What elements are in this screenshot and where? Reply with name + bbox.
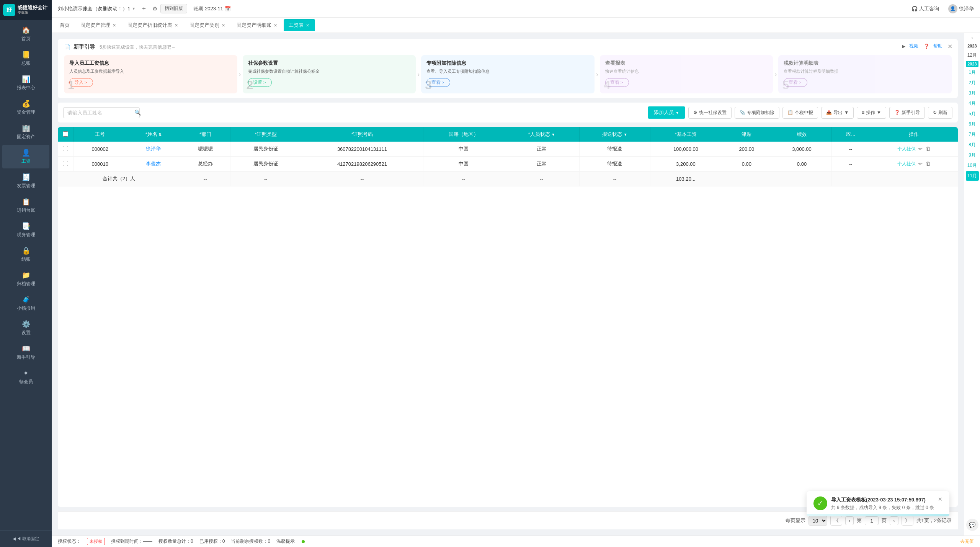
guide-help-label[interactable]: 帮助 bbox=[933, 43, 942, 49]
cal-month-12[interactable]: 12月 bbox=[966, 51, 979, 60]
page-number-input[interactable] bbox=[865, 516, 879, 525]
search-icon[interactable]: 🔍 bbox=[132, 109, 143, 116]
export-button[interactable]: 📤 导出 ▼ bbox=[821, 107, 854, 119]
search-input[interactable] bbox=[63, 107, 140, 118]
toast-close-button[interactable]: ✕ bbox=[938, 496, 942, 502]
delete-icon[interactable]: 🗑 bbox=[926, 146, 931, 152]
tab-home[interactable]: 首页 bbox=[55, 19, 75, 31]
sidebar-item-close-period[interactable]: 🔒 结账 bbox=[2, 243, 49, 266]
total-amount: 103,20... bbox=[650, 171, 721, 186]
sidebar-item-tax[interactable]: 📑 税务管理 bbox=[2, 218, 49, 242]
sidebar-item-archive[interactable]: 📁 归档管理 bbox=[2, 267, 49, 291]
sidebar-item-settings[interactable]: ⚙️ 设置 bbox=[2, 316, 49, 340]
cal-month-10[interactable]: 10月 bbox=[966, 161, 979, 170]
cal-month-7[interactable]: 7月 bbox=[966, 130, 979, 139]
prev-page-button[interactable]: ‹ bbox=[845, 516, 854, 525]
sidebar-item-fixed-assets[interactable]: 🏢 固定资产 bbox=[2, 120, 49, 144]
sidebar-item-label: 结账 bbox=[21, 256, 31, 263]
cal-month-1[interactable]: 1月 bbox=[966, 68, 979, 77]
sidebar-item-home[interactable]: 🏠 首页 bbox=[2, 22, 49, 46]
sidebar-item-guide[interactable]: 📖 新手引导 bbox=[2, 341, 49, 364]
operations-button[interactable]: ≡ 操作 ▼ bbox=[857, 107, 886, 119]
service-button[interactable]: 🎧 人工咨询 bbox=[911, 5, 939, 12]
sidebar-item-expenses[interactable]: 🧾 发票管理 bbox=[2, 169, 49, 193]
sidebar-item-funds[interactable]: 💰 资金管理 bbox=[2, 96, 49, 119]
row-checkbox-cell bbox=[58, 157, 73, 171]
guide-step-title: 社保参数设置 bbox=[248, 60, 411, 67]
expand-calendar-button[interactable]: › bbox=[971, 34, 974, 41]
social-insurance-button[interactable]: ⚙ 统一社保设置 bbox=[688, 107, 732, 119]
tab-fixed-assets-mgmt[interactable]: 固定资产管理 ✕ bbox=[75, 19, 122, 31]
tax-report-button[interactable]: 📋 个税申报 bbox=[782, 107, 818, 119]
sidebar-item-label: 小畅报销 bbox=[17, 305, 35, 312]
row-checkbox[interactable] bbox=[63, 161, 68, 166]
table-row: 000002 徐泽华 嗯嗯嗯 居民身份证 360782200104131111 … bbox=[58, 142, 958, 157]
employee-name-link[interactable]: 徐泽华 bbox=[146, 146, 161, 152]
row-id-no: 412702198206290521 bbox=[301, 157, 423, 171]
total-dash: -- bbox=[301, 171, 423, 186]
special-deduction-button[interactable]: 📎 专项附加扣除 bbox=[735, 107, 779, 119]
tab-home-label: 首页 bbox=[60, 22, 70, 29]
tab-close-icon[interactable]: ✕ bbox=[273, 23, 278, 28]
cal-month-2[interactable]: 2月 bbox=[966, 78, 979, 88]
refresh-button[interactable]: ↻ 刷新 bbox=[928, 107, 952, 119]
sidebar-item-member[interactable]: ✦ 畅会员 bbox=[2, 365, 49, 389]
cal-month-6[interactable]: 6月 bbox=[966, 119, 979, 129]
cal-month-11[interactable]: 11月 bbox=[966, 171, 979, 181]
account-selector[interactable]: 刘小艳演示账套（勿删勿动！）1 ▼ bbox=[58, 5, 136, 12]
next-page-button[interactable]: › bbox=[890, 516, 898, 525]
sidebar-item-ledger[interactable]: 📒 总账 bbox=[2, 47, 49, 70]
add-employee-button[interactable]: 添加人员 ▼ bbox=[648, 106, 685, 119]
recharge-link[interactable]: 去充值 bbox=[960, 538, 974, 545]
row-checkbox[interactable] bbox=[63, 146, 68, 151]
cal-month-3[interactable]: 3月 bbox=[966, 88, 979, 98]
row-status: 正常 bbox=[504, 157, 579, 171]
add-account-button[interactable]: ＋ bbox=[139, 4, 149, 13]
tax-report-icon: 📋 bbox=[787, 110, 793, 115]
tab-close-icon[interactable]: ✕ bbox=[174, 23, 179, 28]
per-page-select[interactable]: 10 20 50 bbox=[808, 516, 827, 526]
th-checkbox bbox=[58, 127, 73, 142]
tab-fixed-assets-category[interactable]: 固定资产类别 ✕ bbox=[185, 19, 231, 31]
row-performance: 0.00 bbox=[772, 157, 831, 171]
guide-step-desc: 查看税款计算过程及明细数据 bbox=[784, 68, 946, 75]
total-dash bbox=[721, 171, 772, 186]
sidebar-item-payroll[interactable]: 👤 工资 bbox=[2, 145, 49, 168]
tab-payroll-table[interactable]: 工资表 ✕ bbox=[284, 19, 315, 31]
first-page-button[interactable]: 《 bbox=[830, 516, 842, 526]
user-profile[interactable]: 👤 徐泽华 bbox=[948, 4, 974, 13]
calendar-icon[interactable]: 📅 bbox=[225, 6, 231, 11]
cal-month-5[interactable]: 5月 bbox=[966, 109, 979, 119]
cal-month-9[interactable]: 9月 bbox=[966, 150, 979, 160]
guide-video-help: ▶ 视频 ❓ 帮助 bbox=[902, 43, 942, 49]
guide-close-button[interactable]: ✕ bbox=[947, 43, 952, 50]
tab-fixed-assets-detail[interactable]: 固定资产明细账 ✕ bbox=[232, 19, 283, 31]
switch-version-button[interactable]: 切到旧版 bbox=[160, 4, 187, 13]
edit-icon[interactable]: ✏ bbox=[918, 146, 923, 152]
cal-month-8[interactable]: 8月 bbox=[966, 140, 979, 150]
select-all-checkbox[interactable] bbox=[63, 131, 68, 137]
topbar: 刘小艳演示账套（勿删勿动！）1 ▼ ＋ ⚙ 切到旧版 账期 2023-11 📅 … bbox=[52, 0, 980, 18]
guide-video-label[interactable]: 视频 bbox=[909, 43, 918, 49]
personal-insurance-link[interactable]: 个人社保 bbox=[897, 161, 916, 167]
settings-gear-icon[interactable]: ⚙ bbox=[152, 5, 157, 12]
delete-icon[interactable]: 🗑 bbox=[926, 161, 931, 167]
personal-insurance-link[interactable]: 个人社保 bbox=[897, 146, 916, 152]
sidebar-item-purchase-sales[interactable]: 📋 进销台账 bbox=[2, 194, 49, 217]
cancel-fixed-button[interactable]: ◀ ◀ 取消固定 bbox=[0, 534, 52, 544]
cal-month-4[interactable]: 4月 bbox=[966, 99, 979, 108]
employee-name-link[interactable]: 李俊杰 bbox=[146, 161, 161, 167]
sidebar-item-reports[interactable]: 📊 报表中心 bbox=[2, 71, 49, 95]
feedback-icon-button[interactable]: 💬 bbox=[966, 519, 978, 531]
newbie-guide-button[interactable]: ❓ 新手引导 bbox=[889, 107, 925, 119]
tab-close-icon[interactable]: ✕ bbox=[221, 23, 226, 28]
sidebar-item-expense-report[interactable]: 🧳 小畅报销 bbox=[2, 292, 49, 315]
tab-fixed-assets-depreciation[interactable]: 固定资产折旧统计表 ✕ bbox=[122, 19, 184, 31]
edit-icon[interactable]: ✏ bbox=[918, 161, 923, 167]
guide-subtitle: 5步快速完成设置，快去完善信息吧～ bbox=[100, 44, 176, 51]
sidebar-item-label: 进销台账 bbox=[17, 207, 35, 214]
last-page-button[interactable]: 》 bbox=[902, 516, 913, 526]
right-panel-icons: 💬 bbox=[966, 516, 978, 534]
tab-close-icon[interactable]: ✕ bbox=[305, 23, 310, 28]
tab-close-icon[interactable]: ✕ bbox=[112, 23, 117, 28]
